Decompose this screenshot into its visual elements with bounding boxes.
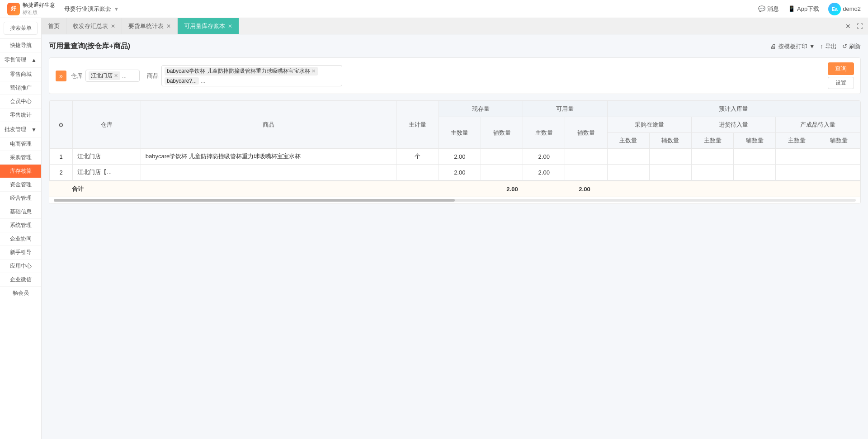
cell-pt-aux bbox=[649, 149, 691, 165]
warehouse-label: 仓库 bbox=[71, 72, 83, 80]
warehouse-tag-container[interactable]: 江北门店 ✕ ... bbox=[85, 70, 140, 82]
cell-seq: 2 bbox=[50, 165, 73, 180]
sidebar-item-member[interactable]: 畅会员 bbox=[0, 287, 41, 300]
table-summary-row: 合计 2.00 2.00 bbox=[49, 180, 860, 197]
sidebar-item-purchase-mgmt[interactable]: 采购管理 bbox=[0, 151, 41, 165]
warehouse-more[interactable]: ... bbox=[122, 73, 127, 79]
logo-area: 好 畅捷通好生意 标准版 bbox=[7, 2, 55, 16]
product-tag-text-2: babycare?... bbox=[167, 78, 197, 84]
cell-unit: 个 bbox=[396, 149, 439, 165]
tab-order-stats[interactable]: 要货单统计表 ✕ bbox=[122, 18, 178, 34]
cell-pi-aux bbox=[818, 165, 860, 180]
sidebar-item-new-guide[interactable]: 新手引导 bbox=[0, 246, 41, 260]
tab-window-expand-btn[interactable]: ⛶ bbox=[855, 22, 864, 31]
product-tag-container[interactable]: babycare学饮杯 儿童防摔防撞吸管杯重力球吸嘴杯宝宝水杯 ✕ babyca… bbox=[161, 65, 342, 86]
th-warehouse: 仓库 bbox=[73, 101, 141, 149]
print-dropdown-icon: ▼ bbox=[809, 43, 815, 50]
cell-in-main bbox=[691, 165, 733, 180]
th-forecast-group: 预计入库量 bbox=[607, 101, 860, 117]
cell-pt-main bbox=[607, 149, 649, 165]
tab-close-receive-summary[interactable]: ✕ bbox=[111, 23, 115, 29]
sidebar-item-enterprise-wechat[interactable]: 企业微信 bbox=[0, 273, 41, 287]
sidebar-item-member-center[interactable]: 会员中心 bbox=[0, 95, 41, 109]
message-label: 消息 bbox=[767, 5, 779, 13]
sidebar-item-inventory-check[interactable]: 库存核算 bbox=[0, 165, 41, 178]
filter-area: » 仓库 江北门店 ✕ ... 商品 bbox=[49, 57, 861, 94]
tab-close-order-stats[interactable]: ✕ bbox=[166, 23, 171, 29]
warehouse-filter-group: 仓库 江北门店 ✕ ... bbox=[71, 70, 140, 82]
sidebar-item-operation-mgmt[interactable]: 经营管理 bbox=[0, 192, 41, 205]
settings-btn[interactable]: 设置 bbox=[828, 77, 854, 89]
product-tag-1-close[interactable]: ✕ bbox=[311, 68, 316, 74]
refresh-btn[interactable]: ↺ 刷新 bbox=[842, 42, 861, 51]
tab-home[interactable]: 首页 bbox=[42, 18, 66, 34]
query-btn[interactable]: 查询 bbox=[828, 62, 854, 75]
sidebar-item-ecommerce-mgmt[interactable]: 电商管理 bbox=[0, 137, 41, 151]
sidebar-item-base-info[interactable]: 基础信息 bbox=[0, 205, 41, 219]
product-more[interactable]: ... bbox=[201, 78, 205, 84]
th-purchase-transit-main: 主数量 bbox=[607, 133, 649, 149]
app-download-btn[interactable]: 📱 App下载 bbox=[788, 5, 819, 13]
industry-selector[interactable]: 母婴行业演示账套 ▼ bbox=[64, 5, 119, 13]
sidebar: 搜索菜单 快捷导航 零售管理 ▲ 零售商城 营销推广 会员中心 零售统计 批发管… bbox=[0, 18, 42, 439]
summary-label: 合计 bbox=[72, 185, 126, 193]
arrow-icon-2: ▼ bbox=[31, 127, 37, 133]
filter-row: 仓库 江北门店 ✕ ... 商品 bab bbox=[71, 65, 823, 86]
sidebar-item-wholesale-mgmt[interactable]: 批发管理 ▼ bbox=[0, 122, 41, 137]
search-menu-btn[interactable]: 搜索菜单 bbox=[4, 22, 38, 35]
sidebar-item-retail-stats[interactable]: 零售统计 bbox=[0, 109, 41, 122]
cell-pi-aux bbox=[818, 149, 860, 165]
th-stock-main: 主数量 bbox=[439, 117, 481, 149]
sidebar-item-retail-mall[interactable]: 零售商城 bbox=[0, 68, 41, 81]
scroll-thumb[interactable] bbox=[54, 199, 455, 202]
tab-available-ledger[interactable]: 可用量库存账本 ✕ bbox=[178, 18, 239, 34]
filter-actions: 查询 设置 bbox=[828, 62, 854, 89]
th-incoming-group: 进货待入量 bbox=[691, 117, 775, 133]
th-incoming-main: 主数量 bbox=[691, 133, 733, 149]
sidebar-item-enterprise-collab[interactable]: 企业协同 bbox=[0, 232, 41, 246]
tab-close-available-ledger[interactable]: ✕ bbox=[228, 23, 232, 29]
main-layout: 搜索菜单 快捷导航 零售管理 ▲ 零售商城 营销推广 会员中心 零售统计 批发管… bbox=[0, 18, 868, 439]
tab-bar-right: ✕ ⛶ bbox=[840, 18, 868, 34]
warehouse-tag-close[interactable]: ✕ bbox=[114, 73, 118, 79]
print-template-btn[interactable]: 🖨 按模板打印 ▼ bbox=[770, 42, 815, 51]
export-label: 导出 bbox=[825, 42, 837, 51]
sidebar-item-quick-nav[interactable]: 快捷导航 bbox=[0, 39, 41, 52]
table-container: ⚙ 仓库 商品 主计量 现存量 可用量 预计入库量 主数量 辅数量 bbox=[49, 100, 861, 204]
gear-icon: ⚙ bbox=[58, 122, 64, 128]
cell-warehouse: 江北门店【... bbox=[73, 165, 141, 180]
filter-toggle-btn[interactable]: » bbox=[56, 71, 66, 81]
th-product-incoming-aux: 辅数量 bbox=[818, 133, 860, 149]
sidebar-item-app-center[interactable]: 应用中心 bbox=[0, 260, 41, 273]
cell-warehouse: 江北门店 bbox=[73, 149, 141, 165]
cell-stock-main: 2.00 bbox=[439, 149, 481, 165]
sidebar-item-zero-retail-mgmt[interactable]: 零售管理 ▲ bbox=[0, 52, 41, 68]
warehouse-tag-text: 江北门店 bbox=[91, 72, 113, 80]
horizontal-scrollbar[interactable] bbox=[49, 197, 860, 203]
page-header: 可用量查询(按仓库+商品) 🖨 按模板打印 ▼ ↑ 导出 ↺ 刷新 bbox=[49, 42, 861, 51]
tab-receive-summary[interactable]: 收发存汇总表 ✕ bbox=[66, 18, 122, 34]
export-btn[interactable]: ↑ 导出 bbox=[821, 42, 837, 51]
th-available-group: 可用量 bbox=[523, 101, 607, 117]
user-menu[interactable]: Ea demo2 bbox=[828, 3, 861, 15]
user-name: demo2 bbox=[843, 5, 861, 12]
th-purchase-transit-group: 采购在途量 bbox=[607, 117, 691, 133]
product-tag-2: babycare?... bbox=[165, 77, 199, 85]
tab-window-close-btn[interactable]: ✕ bbox=[844, 22, 853, 31]
sidebar-item-marketing[interactable]: 营销推广 bbox=[0, 81, 41, 95]
cell-avail-main: 2.00 bbox=[523, 149, 565, 165]
table-row: 2 江北门店【... 2.00 2.00 bbox=[50, 165, 860, 180]
export-icon: ↑ bbox=[821, 43, 824, 50]
sidebar-item-system-mgmt[interactable]: 系统管理 bbox=[0, 219, 41, 232]
product-label: 商品 bbox=[147, 72, 159, 80]
product-tag-1: babycare学饮杯 儿童防摔防撞吸管杯重力球吸嘴杯宝宝水杯 ✕ bbox=[165, 67, 318, 76]
top-bar-right: 💬 消息 📱 App下载 Ea demo2 bbox=[758, 3, 861, 15]
page-content: 可用量查询(按仓库+商品) 🖨 按模板打印 ▼ ↑ 导出 ↺ 刷新 bbox=[42, 34, 868, 439]
industry-label: 母婴行业演示账套 bbox=[64, 5, 111, 13]
th-product: 商品 bbox=[141, 101, 396, 149]
message-btn[interactable]: 💬 消息 bbox=[758, 5, 779, 13]
user-avatar: Ea bbox=[828, 3, 841, 15]
th-stock-aux: 辅数量 bbox=[481, 117, 523, 149]
th-avail-aux: 辅数量 bbox=[565, 117, 607, 149]
sidebar-item-finance-mgmt[interactable]: 资金管理 bbox=[0, 178, 41, 192]
